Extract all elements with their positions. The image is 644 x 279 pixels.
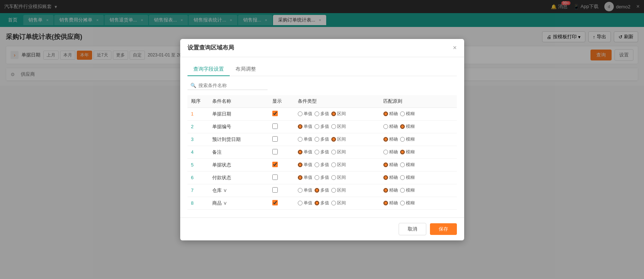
search-icon: 🔍 [190, 83, 196, 86]
modal-title: 设置查询区域布局 [187, 44, 234, 52]
modal-close-button[interactable]: × [453, 44, 457, 52]
modal-tabs: 查询字段设置 布局调整 [187, 63, 457, 76]
modal-header: 设置查询区域布局 × [180, 39, 464, 57]
search-input[interactable] [198, 83, 265, 86]
modal-tab-query-fields[interactable]: 查询字段设置 [187, 63, 230, 76]
search-box: 🔍 [187, 81, 268, 86]
settings-modal: 设置查询区域布局 × 查询字段设置 布局调整 🔍 顺序 [180, 39, 464, 86]
modal-body: 查询字段设置 布局调整 🔍 顺序 条件名称 显示 条件类型 [180, 57, 464, 86]
modal-tab-layout[interactable]: 布局调整 [230, 63, 262, 76]
modal-overlay: 设置查询区域布局 × 查询字段设置 布局调整 🔍 顺序 [0, 0, 644, 86]
